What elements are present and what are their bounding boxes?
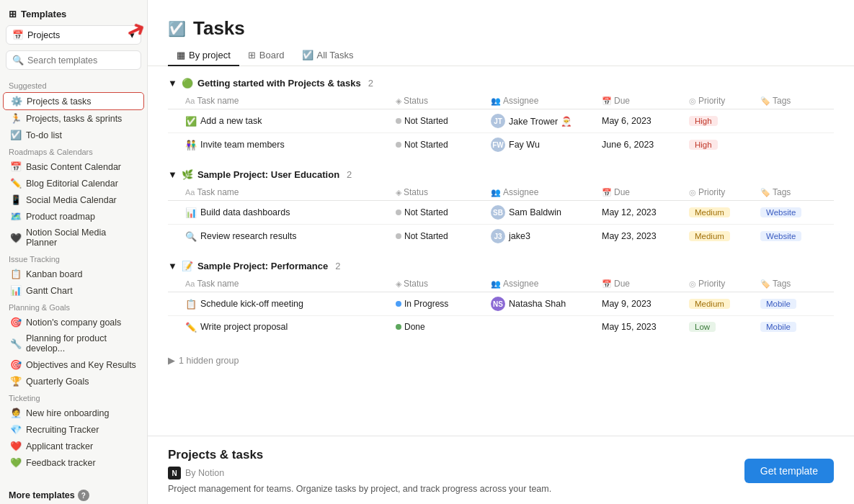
sidebar-item-label: To-do list	[26, 130, 62, 140]
col-header-name: AaTask name	[168, 184, 390, 201]
sidebar-item-label: Kanban board	[26, 269, 83, 279]
sidebar-item-gantt-chart[interactable]: 📊 Gantt Chart	[3, 282, 144, 299]
sidebar-item-label: Notion Social Media Planner	[26, 228, 137, 248]
collapse-icon: ▼	[168, 169, 177, 180]
sidebar-item-applicant-tracker[interactable]: ❤️ Applicant tracker	[3, 438, 144, 454]
search-input[interactable]	[27, 55, 135, 66]
sidebar-item-new-hire[interactable]: 🧑‍💼 New hire onboarding	[3, 405, 144, 421]
target2-icon: 🎯	[10, 359, 22, 370]
sidebar-item-label: Objectives and Key Results	[26, 360, 136, 370]
bottom-title: Projects & tasks	[168, 448, 551, 462]
get-template-button[interactable]: Get template	[744, 459, 834, 483]
sidebar-item-projects-tasks-sprints[interactable]: 🏃 Projects, tasks & sprints	[3, 110, 144, 127]
tag-badge: Mobile	[760, 322, 796, 332]
task-name-cell: ✅ Add a new task	[168, 109, 390, 133]
table-row[interactable]: 📊 Build data dashboards Not Started	[168, 201, 834, 225]
task-name: Add a new task	[200, 116, 262, 126]
sidebar-item-social-media-calendar[interactable]: 📱 Social Media Calendar	[3, 192, 144, 208]
section-label-issue-tracking: Issue Tracking	[0, 251, 147, 266]
sidebar-item-quarterly-goals[interactable]: 🏆 Quarterly Goals	[3, 373, 144, 390]
page-title: Tasks	[193, 17, 245, 40]
target-icon: 🎯	[10, 317, 22, 328]
sidebar-item-projects-tasks[interactable]: ⚙️ Projects & tasks	[3, 92, 144, 110]
avatar: FW	[491, 138, 505, 152]
sidebar-item-feedback-tracker[interactable]: 💚 Feedback tracker	[3, 454, 144, 471]
tab-all-tasks[interactable]: ☑️ All Tasks	[293, 45, 362, 66]
group-name: Sample Project: Performance	[197, 261, 328, 271]
status-label: Not Started	[404, 116, 448, 126]
sidebar-item-company-goals[interactable]: 🎯 Notion's company goals	[3, 314, 144, 330]
task-name-cell: 📊 Build data dashboards	[168, 201, 390, 225]
projects-selector[interactable]: 📅 Projects ▾	[6, 25, 141, 45]
status-dot	[396, 118, 401, 124]
project-group-header[interactable]: ▼ 🟢 Getting started with Projects & task…	[168, 78, 834, 89]
chevron-down-icon: ▾	[130, 30, 135, 40]
task-name: Build data dashboards	[200, 207, 290, 217]
sidebar-item-recruiting-tracker[interactable]: 💎 Recruiting Tracker	[3, 421, 144, 438]
status-dot	[396, 301, 401, 307]
priority-badge: Low	[689, 322, 716, 332]
status-label: In Progress	[404, 299, 448, 309]
sidebar-item-planning-product[interactable]: 🔧 Planning for product develop...	[3, 330, 144, 356]
sidebar-item-blog-editorial-calendar[interactable]: ✏️ Blog Editorial Calendar	[3, 175, 144, 192]
status-dot	[396, 210, 401, 215]
assignee-name: Sam Baldwin	[509, 207, 561, 217]
checkbox-icon: ☑️	[10, 130, 22, 140]
task-table-user-education: AaTask name ◈Status 👥Assignee 📅Due ◎Prio…	[168, 184, 834, 248]
task-tags-cell	[755, 133, 834, 157]
task-status-cell: Not Started	[390, 133, 485, 157]
section-label-suggested: Suggested	[0, 77, 147, 92]
sidebar-item-label: Feedback tracker	[26, 458, 96, 468]
sidebar-item-product-roadmap[interactable]: 🗺️ Product roadmap	[3, 208, 144, 225]
hidden-group-label: 1 hidden group	[179, 356, 239, 366]
table-row[interactable]: 🔍 Review research results Not Started	[168, 225, 834, 248]
view-tabs: ▦ By project ⊞ Board ☑️ All Tasks	[148, 40, 854, 66]
info-icon: ?	[78, 490, 89, 501]
task-emoji: ✏️	[185, 322, 197, 333]
sidebar-item-okr[interactable]: 🎯 Objectives and Key Results	[3, 356, 144, 373]
table-row[interactable]: 📋 Schedule kick-off meeting In Progress	[168, 292, 834, 316]
task-assignee-cell	[485, 316, 596, 338]
status-label: Not Started	[404, 231, 448, 241]
templates-icon: ⊞	[9, 9, 17, 19]
project-group-header[interactable]: ▼ 📝 Sample Project: Performance 2	[168, 261, 834, 271]
col-header-priority: ◎Priority	[683, 184, 755, 201]
tab-board[interactable]: ⊞ Board	[239, 45, 293, 66]
sidebar-item-label: Planning for product develop...	[26, 333, 137, 354]
sidebar: ⊞ Templates 📅 Projects ▾ 🔍 Suggested ⚙️ …	[0, 0, 148, 504]
task-emoji: 👫	[185, 140, 197, 150]
more-templates-header[interactable]: More templates ?	[0, 482, 147, 504]
sidebar-item-notion-social-media[interactable]: 🖤 Notion Social Media Planner	[3, 225, 144, 251]
sidebar-item-label: Product roadmap	[26, 212, 95, 222]
sidebar-item-label: Recruiting Tracker	[26, 425, 99, 435]
avatar: J3	[491, 229, 505, 243]
task-status-cell: Not Started	[390, 201, 485, 225]
table-row[interactable]: ✅ Add a new task Not Started JT	[168, 109, 834, 133]
page-header: ☑️ Tasks	[148, 0, 854, 40]
run-icon: 🏃	[10, 113, 22, 124]
task-assignee-cell: NS Natasha Shah	[485, 292, 596, 316]
hidden-group[interactable]: ▶ 1 hidden group	[168, 351, 834, 370]
group-icon: 🟢	[182, 78, 193, 89]
task-emoji: 📊	[185, 207, 197, 218]
priority-badge: Medium	[689, 231, 730, 241]
task-tags-cell: Mobile	[755, 316, 834, 338]
section-label-roadmaps: Roadmaps & Calendars	[0, 143, 147, 158]
project-group-header[interactable]: ▼ 🌿 Sample Project: User Education 2	[168, 169, 834, 180]
tab-by-project[interactable]: ▦ By project	[168, 45, 239, 66]
sidebar-item-basic-content-calendar[interactable]: 📅 Basic Content Calendar	[3, 158, 144, 175]
section-label-ticketing: Ticketing	[0, 390, 147, 405]
tasks-page-icon: ☑️	[168, 20, 186, 37]
gear-icon: ⚙️	[11, 96, 22, 107]
tab-label: All Tasks	[317, 50, 354, 60]
status-dot	[396, 142, 401, 148]
more-templates-label: More templates	[9, 490, 75, 500]
avatar: NS	[491, 297, 505, 311]
bottom-description: Project management for teams. Organize t…	[168, 484, 551, 494]
col-header-tags: 🏷️Tags	[755, 93, 834, 109]
sidebar-item-kanban-board[interactable]: 📋 Kanban board	[3, 266, 144, 282]
search-box[interactable]: 🔍	[6, 50, 141, 70]
table-row[interactable]: 👫 Invite team members Not Started F	[168, 133, 834, 157]
table-row[interactable]: ✏️ Write project proposal Done May 15, 2…	[168, 316, 834, 338]
sidebar-item-to-do-list[interactable]: ☑️ To-do list	[3, 127, 144, 143]
